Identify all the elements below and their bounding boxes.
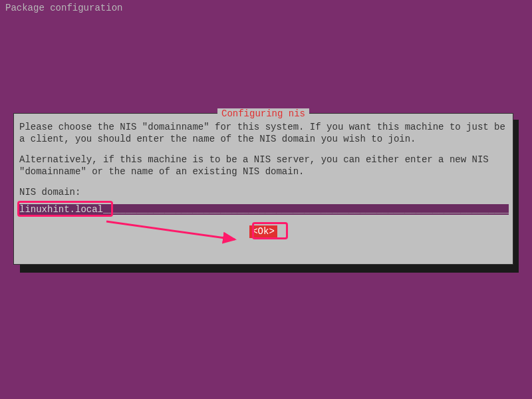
dialog-paragraph-2: Alternatively, if this machine is to be … bbox=[19, 154, 507, 178]
dialog-paragraph-1: Please choose the NIS "domainname" for t… bbox=[19, 122, 507, 145]
nis-domain-value: linuxhint.local bbox=[19, 204, 103, 215]
config-dialog: Configuring nis Please choose the NIS "d… bbox=[13, 113, 513, 265]
dialog-body: Please choose the NIS "domainname" for t… bbox=[14, 114, 513, 243]
dialog-title: Configuring nis bbox=[217, 108, 309, 119]
nis-domain-label: NIS domain: bbox=[19, 187, 507, 199]
page-title: Package configuration bbox=[5, 3, 122, 13]
nis-domain-input[interactable]: linuxhint.local_________________________… bbox=[19, 204, 509, 215]
ok-button[interactable]: <Ok> bbox=[249, 225, 277, 239]
page-header: Package configuration bbox=[0, 0, 532, 16]
input-fill: ________________________________________… bbox=[103, 204, 509, 215]
